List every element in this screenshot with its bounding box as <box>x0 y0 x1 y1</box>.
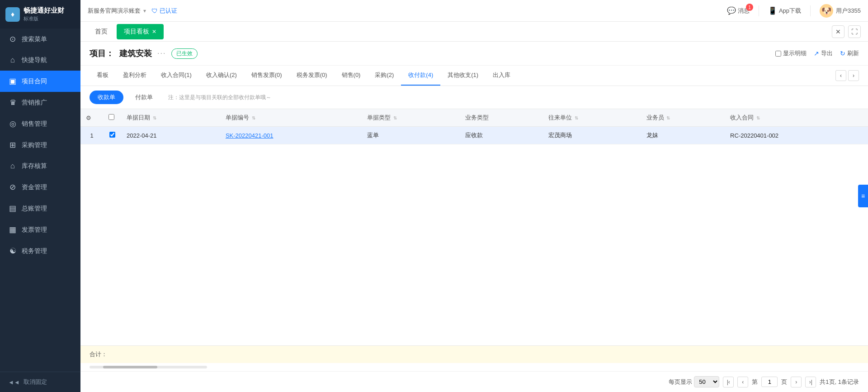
export-button[interactable]: ↗ 导出 <box>814 49 833 57</box>
tab-bar: 首页 项目看板 ✕ ✕ ⛶ <box>80 22 868 42</box>
sidebar: ♦ 畅捷通好业财 标准版 ⊙ 搜索菜单 ⌂ 快捷导航 ▣ 项目合同 ♛ 营销推广… <box>0 0 80 392</box>
right-panel-toggle[interactable]: ≡ <box>858 185 868 207</box>
sub-tab-receipt[interactable]: 收款单 <box>90 91 123 104</box>
tab-close-icon[interactable]: ✕ <box>152 29 156 35</box>
tab-in-out[interactable]: 出入库 <box>486 66 518 86</box>
page-last-button[interactable]: ›| <box>805 377 816 387</box>
sub-tab-note: 注：这里是与项目关联的全部收付款单哦～ <box>168 94 271 101</box>
message-badge: 1 <box>746 4 753 11</box>
page-size-dropdown[interactable]: 50 100 200 <box>694 376 719 387</box>
table-header-row: ⚙ 单据日期 ⇅ 单据编号 ⇅ <box>80 109 868 127</box>
page-suffix: 页 <box>781 378 787 386</box>
sidebar-item-invoice[interactable]: ▦ 发票管理 <box>0 219 80 240</box>
sidebar-item-marketing[interactable]: ♛ 营销推广 <box>0 92 80 113</box>
th-date[interactable]: 单据日期 ⇅ <box>121 109 220 127</box>
tab-next-arrow[interactable]: › <box>848 70 859 81</box>
marketing-icon: ♛ <box>8 98 17 107</box>
panel-toggle-icon: ≡ <box>861 192 865 200</box>
app-version: 标准版 <box>24 15 64 22</box>
tab-home[interactable]: 首页 <box>88 24 115 39</box>
scroll-track <box>90 366 207 368</box>
tab-sales[interactable]: 销售(0) <box>335 66 368 86</box>
tab-project-kanban[interactable]: 项目看板 ✕ <box>117 24 164 39</box>
page-number-input[interactable] <box>761 377 778 387</box>
cell-income-contract: RC-20220401-002 <box>725 127 868 144</box>
page-next-button[interactable]: › <box>791 377 802 387</box>
tax-icon: ☯ <box>8 246 17 256</box>
project-label: 项目： <box>90 48 114 59</box>
sidebar-item-search[interactable]: ⊙ 搜索菜单 <box>0 29 80 50</box>
select-all-checkbox[interactable] <box>108 114 114 120</box>
tab-kanban[interactable]: 看板 <box>90 66 116 86</box>
sidebar-item-ledger[interactable]: ▤ 总账管理 <box>0 198 80 219</box>
message-button[interactable]: 💬 消息 1 <box>727 6 750 15</box>
page-first-button[interactable]: |‹ <box>723 377 734 387</box>
tab-tax-invoice[interactable]: 税务发票(0) <box>289 66 335 86</box>
shield-icon: 🛡 <box>151 7 158 14</box>
table-wrapper: ⚙ 单据日期 ⇅ 单据编号 ⇅ <box>80 109 868 345</box>
tab-receipt[interactable]: 收付款(4) <box>401 66 440 86</box>
window-close-button[interactable]: ✕ <box>832 25 844 38</box>
th-income-contract[interactable]: 收入合同 ⇅ <box>725 109 868 127</box>
tab-income-confirm[interactable]: 收入确认(2) <box>199 66 244 86</box>
sidebar-item-project-contract[interactable]: ▣ 项目合同 <box>0 71 80 92</box>
search-icon: ⊙ <box>8 34 17 44</box>
sidebar-item-label: 采购管理 <box>22 141 47 149</box>
tab-sales-invoice[interactable]: 销售发票(0) <box>244 66 289 86</box>
unpin-label: 取消固定 <box>24 378 47 386</box>
purchase-icon: ⊞ <box>8 140 17 150</box>
show-detail-checkbox[interactable]: 显示明细 <box>775 49 807 57</box>
sidebar-item-inventory[interactable]: ⌂ 库存核算 <box>0 156 80 177</box>
th-type[interactable]: 单据类型 ⇅ <box>362 109 460 127</box>
sort-icon: ⇅ <box>393 115 397 120</box>
app-download-label: App下载 <box>779 7 801 15</box>
tab-active-label: 项目看板 <box>124 28 149 36</box>
sub-tab-payment[interactable]: 付款单 <box>127 91 161 104</box>
topbar: 新服务官网演示账套 ▾ 🛡 已认证 💬 消息 1 📱 App下载 🐶 用户335… <box>80 0 868 22</box>
sidebar-item-quick-nav[interactable]: ⌂ 快捷导航 <box>0 50 80 71</box>
sidebar-item-sales[interactable]: ◎ 销售管理 <box>0 113 80 134</box>
sidebar-item-finance[interactable]: ⊘ 资金管理 <box>0 177 80 198</box>
home-icon: ⌂ <box>8 56 17 65</box>
project-more-icon[interactable]: ··· <box>157 49 166 57</box>
cell-num: 1 <box>80 127 103 144</box>
tab-income-contract[interactable]: 收入合同(1) <box>154 66 199 86</box>
app-title: 畅捷通好业财 <box>24 6 64 15</box>
app-download-button[interactable]: 📱 App下载 <box>768 6 801 15</box>
sidebar-unpin[interactable]: ◄◄ 取消固定 <box>0 372 80 392</box>
account-selector[interactable]: 新服务官网演示账套 ▾ <box>88 7 146 15</box>
sidebar-header: ♦ 畅捷通好业财 标准版 <box>0 0 80 29</box>
user-name: 用户3355 <box>836 7 861 15</box>
scroll-thumb[interactable] <box>103 366 157 368</box>
scroll-area <box>80 363 868 371</box>
page-prev-button[interactable]: ‹ <box>737 377 748 387</box>
th-code[interactable]: 单据编号 ⇅ <box>220 109 362 127</box>
sort-icon: ⇅ <box>666 115 670 120</box>
tab-purchase[interactable]: 采购(2) <box>368 66 401 86</box>
th-salesman[interactable]: 业务员 ⇅ <box>641 109 725 127</box>
summary-label: 合计： <box>90 350 107 359</box>
refresh-icon: ↻ <box>840 50 845 57</box>
message-icon: 💬 <box>727 6 736 15</box>
th-partner[interactable]: 往来单位 ⇅ <box>543 109 641 127</box>
total-label: 共1页, 1条记录 <box>820 378 859 386</box>
cell-salesman: 龙妹 <box>641 127 725 144</box>
refresh-button[interactable]: ↻ 刷新 <box>840 49 859 57</box>
tab-other-income[interactable]: 其他收支(1) <box>440 66 486 86</box>
page-content: 项目： 建筑安装 ··· 已生效 显示明细 ↗ 导出 ↻ 刷新 <box>80 42 868 392</box>
unpin-icon: ◄◄ <box>8 379 20 386</box>
row-checkbox[interactable] <box>109 132 115 138</box>
project-status-badge: 已生效 <box>171 48 198 59</box>
sidebar-item-tax[interactable]: ☯ 税务管理 <box>0 240 80 262</box>
topbar-right: 💬 消息 1 📱 App下载 🐶 用户3355 <box>727 4 861 18</box>
user-menu[interactable]: 🐶 用户3355 <box>820 4 861 18</box>
window-maximize-button[interactable]: ⛶ <box>848 25 861 38</box>
sidebar-item-purchase[interactable]: ⊞ 采购管理 <box>0 134 80 156</box>
tab-profit[interactable]: 盈利分析 <box>116 66 154 86</box>
cell-biz-type: 应收款 <box>460 127 543 144</box>
receipt-code-link[interactable]: SK-20220421-001 <box>226 132 274 139</box>
gear-icon[interactable]: ⚙ <box>86 115 91 121</box>
table-row: 1 2022-04-21 SK-20220421-001 蓝单 应收款 宏茂商场… <box>80 127 868 144</box>
tab-prev-arrow[interactable]: ‹ <box>835 70 846 81</box>
show-detail-input[interactable] <box>775 51 781 57</box>
